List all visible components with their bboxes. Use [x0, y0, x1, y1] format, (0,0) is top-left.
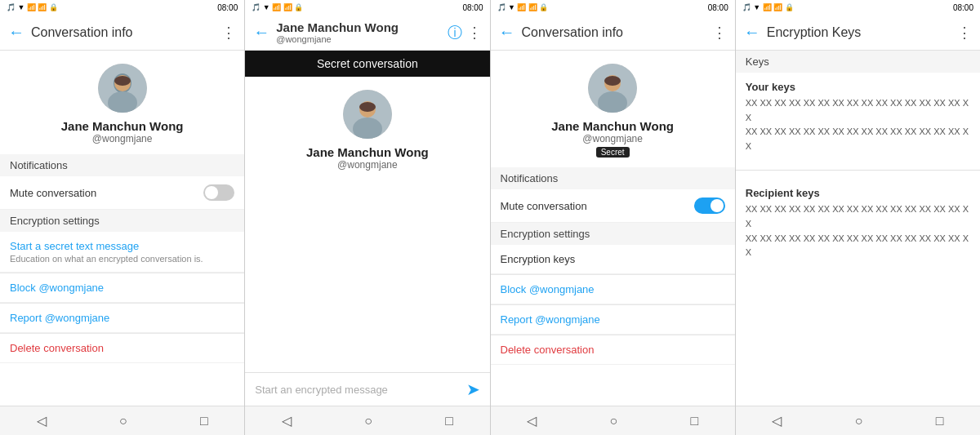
secret-badge-3: Secret — [596, 147, 630, 158]
profile-name-2: Jane Manchun Wong — [306, 145, 429, 159]
back-button-2[interactable]: ← — [253, 23, 270, 42]
status-left-4: 🎵 ▼ 📶 📶 🔒 — [742, 3, 794, 11]
keys-separator — [736, 170, 980, 171]
status-bar-2: 🎵 ▼ 📶 📶 🔒 08:00 — [245, 0, 489, 15]
appbar-title-2: Jane Manchun Wong — [276, 20, 442, 34]
bottom-nav-4: ◁ ○ □ — [736, 406, 980, 435]
nav-home-2[interactable]: ○ — [364, 414, 372, 428]
start-secret-label-1: Start a secret text message — [10, 240, 139, 252]
screen-4: 🎵 ▼ 📶 📶 🔒 08:00 ← Encryption Keys ⋮ Keys… — [736, 0, 980, 435]
toggle-mute-1[interactable] — [203, 184, 234, 201]
mute-toggle-1[interactable]: Mute conversation — [0, 176, 244, 210]
back-button-4[interactable]: ← — [744, 23, 760, 42]
screen-3: 🎵 ▼ 📶 📶 🔒 08:00 ← Conversation info ⋮ Ja… — [491, 0, 736, 435]
report-label-3: Report @wongmjane — [501, 313, 600, 326]
appbar-title-3: Conversation info — [522, 25, 707, 40]
profile-handle-3: @wongmjane — [582, 133, 643, 144]
bottom-nav-1: ◁ ○ □ — [0, 406, 244, 435]
message-input-bar-2: Start an encrypted message ➤ — [245, 372, 489, 406]
svg-point-4 — [114, 76, 131, 86]
nav-home-3[interactable]: ○ — [609, 414, 617, 428]
send-button-2[interactable]: ➤ — [466, 380, 480, 399]
bottom-nav-3: ◁ ○ □ — [491, 406, 735, 435]
toggle-mute-3[interactable] — [694, 198, 725, 214]
report-link-3[interactable]: Report @wongmjane — [491, 305, 735, 335]
nav-home-1[interactable]: ○ — [119, 414, 127, 428]
mute-label-3: Mute conversation — [501, 200, 587, 212]
profile-section-2: Jane Manchun Wong @wongmjane — [245, 77, 489, 180]
nav-back-4[interactable]: ◁ — [772, 413, 782, 428]
mute-toggle-3[interactable]: Mute conversation — [491, 189, 735, 223]
appbar-4: ← Encryption Keys ⋮ — [736, 15, 980, 51]
start-secret-sub-1: Education on what an encrypted conversat… — [10, 254, 203, 264]
status-bar-3: 🎵 ▼ 📶 📶 🔒 08:00 — [491, 0, 735, 15]
section-header-encryption-1: Encryption settings — [0, 210, 244, 232]
message-placeholder-2[interactable]: Start an encrypted message — [255, 384, 466, 396]
back-button-3[interactable]: ← — [499, 23, 515, 42]
status-time-1: 08:00 — [217, 3, 238, 12]
screen-1: 🎵 ▼ 📶 📶 🔒 08:00 ← Conversation info ⋮ Ja… — [0, 0, 245, 435]
more-button-1[interactable]: ⋮ — [221, 24, 236, 42]
profile-name-1: Jane Manchun Wong — [61, 119, 184, 133]
appbar-1: ← Conversation info ⋮ — [0, 15, 244, 51]
nav-recent-3[interactable]: □ — [690, 414, 698, 428]
block-link-1[interactable]: Block @wongmjane — [0, 273, 244, 303]
avatar-1 — [98, 64, 147, 113]
nav-back-3[interactable]: ◁ — [527, 413, 537, 428]
profile-section-3: Jane Manchun Wong @wongmjane Secret — [491, 51, 735, 167]
secret-banner-2: Secret conversation — [245, 51, 489, 77]
profile-handle-1: @wongmjane — [92, 133, 153, 144]
status-left-2: 🎵 ▼ 📶 📶 🔒 — [252, 3, 303, 11]
appbar-3: ← Conversation info ⋮ — [491, 15, 735, 51]
section-header-notifications-3: Notifications — [491, 167, 735, 189]
status-bar-1: 🎵 ▼ 📶 📶 🔒 08:00 — [0, 0, 244, 15]
profile-handle-2: @wongmjane — [337, 159, 398, 171]
back-button-1[interactable]: ← — [8, 23, 24, 42]
delete-label-1: Delete conversation — [10, 342, 104, 354]
delete-link-1[interactable]: Delete conversation — [0, 334, 244, 363]
bottom-nav-2: ◁ ○ □ — [245, 406, 489, 435]
delete-label-3: Delete conversation — [501, 344, 595, 356]
status-left-1: 🎵 ▼ 📶 📶 🔒 — [7, 3, 58, 11]
profile-section-1: Jane Manchun Wong @wongmjane — [0, 51, 244, 154]
encryption-keys-label-3: Encryption keys — [501, 253, 576, 265]
appbar-2: ← Jane Manchun Wong @wongmjane ⓘ ⋮ — [245, 15, 489, 51]
screen-content-1: Notifications Mute conversation Encrypti… — [0, 154, 244, 406]
info-button-2[interactable]: ⓘ — [448, 23, 462, 42]
nav-recent-4[interactable]: □ — [936, 414, 944, 428]
more-button-4[interactable]: ⋮ — [957, 24, 972, 42]
appbar-title-1: Conversation info — [31, 25, 216, 40]
keys-section-header: Keys — [736, 51, 980, 73]
more-button-3[interactable]: ⋮ — [712, 24, 727, 42]
nav-back-1[interactable]: ◁ — [37, 413, 47, 428]
profile-name-3: Jane Manchun Wong — [551, 119, 674, 133]
nav-recent-1[interactable]: □ — [200, 414, 208, 428]
nav-recent-2[interactable]: □ — [445, 414, 453, 428]
avatar-3 — [588, 64, 637, 113]
section-header-notifications-1: Notifications — [0, 154, 244, 176]
more-button-2[interactable]: ⋮ — [467, 24, 482, 42]
encryption-keys-link-3[interactable]: Encryption keys — [491, 245, 735, 274]
your-keys-section: Your keys XX XX XX XX XX XX XX XX XX XX … — [736, 73, 980, 162]
svg-point-7 — [359, 102, 376, 112]
status-left-3: 🎵 ▼ 📶 📶 🔒 — [497, 3, 549, 11]
appbar-subtitle-2: @wongmjane — [276, 34, 442, 44]
recipient-keys-label: Recipient keys — [746, 187, 970, 199]
block-link-3[interactable]: Block @wongmjane — [491, 275, 735, 304]
nav-back-2[interactable]: ◁ — [282, 413, 292, 428]
delete-link-3[interactable]: Delete conversation — [491, 335, 735, 365]
status-time-2: 08:00 — [462, 3, 483, 12]
screen-2: 🎵 ▼ 📶 📶 🔒 08:00 ← Jane Manchun Wong @won… — [245, 0, 490, 435]
start-secret-link-1[interactable]: Start a secret text message Education on… — [0, 232, 244, 273]
avatar-2 — [343, 90, 392, 139]
recipient-keys-section: Recipient keys XX XX XX XX XX XX XX XX X… — [736, 179, 980, 268]
status-time-3: 08:00 — [708, 3, 728, 12]
your-keys-label: Your keys — [746, 81, 970, 93]
status-time-4: 08:00 — [953, 3, 973, 12]
appbar-title-4: Encryption Keys — [767, 25, 952, 40]
recipient-keys-value: XX XX XX XX XX XX XX XX XX XX XX XX XX X… — [746, 202, 970, 260]
report-link-1[interactable]: Report @wongmjane — [0, 304, 244, 333]
nav-home-4[interactable]: ○ — [855, 414, 863, 428]
section-header-encryption-3: Encryption settings — [491, 223, 735, 245]
your-keys-value: XX XX XX XX XX XX XX XX XX XX XX XX XX X… — [746, 96, 970, 153]
